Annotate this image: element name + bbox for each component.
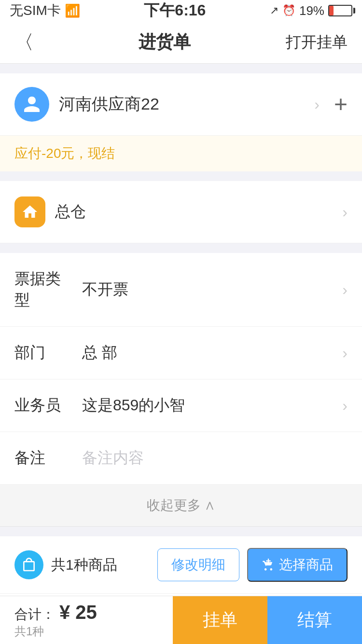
salesperson-label: 业务员	[14, 395, 72, 416]
total-section: 合计： ¥ 25 共1种	[0, 602, 173, 639]
warehouse-row[interactable]: 总仓 ›	[0, 181, 362, 243]
warehouse-icon-bg	[14, 196, 45, 227]
form-fields-section: 票据类型 不开票 › 部门 总 部 › 业务员 这是859的小智 › 备注 备注…	[0, 253, 362, 485]
gps-icon: ↗	[270, 4, 278, 17]
edit-detail-button[interactable]: 修改明细	[157, 548, 239, 581]
warehouse-section: 总仓 ›	[0, 181, 362, 243]
remark-input[interactable]: 备注内容	[72, 448, 348, 469]
open-pending-button[interactable]: 打开挂单	[286, 32, 348, 53]
salesperson-chevron-icon: ›	[342, 397, 348, 415]
shopping-bag-icon	[21, 557, 37, 573]
salesperson-row[interactable]: 业务员 这是859的小智 ›	[0, 379, 362, 432]
back-button[interactable]: 〈	[14, 29, 43, 56]
warehouse-chevron-icon: ›	[342, 203, 348, 221]
invoice-type-value: 不开票	[72, 279, 342, 300]
total-amount: ¥ 25	[59, 602, 97, 623]
invoice-type-row[interactable]: 票据类型 不开票 ›	[0, 253, 362, 327]
remark-row[interactable]: 备注 备注内容	[0, 432, 362, 485]
collapse-row[interactable]: 收起更多 ∧	[0, 485, 362, 527]
battery-text: 19%	[299, 3, 324, 18]
page-title: 进货单	[139, 30, 191, 54]
select-product-label: 选择商品	[279, 556, 333, 574]
person-icon	[22, 95, 42, 114]
department-label: 部门	[14, 342, 72, 364]
supplier-row[interactable]: 河南供应商22 › +	[0, 73, 362, 136]
status-left: 无SIM卡 📶	[10, 1, 80, 20]
products-header: 共1种商品 修改明细 选择商品	[0, 536, 362, 594]
department-value: 总 部	[72, 342, 342, 364]
total-label: 合计：	[14, 607, 55, 622]
salesperson-value: 这是859的小智	[72, 395, 342, 416]
add-supplier-button[interactable]: +	[334, 93, 348, 116]
invoice-type-chevron-icon: ›	[342, 281, 348, 299]
bottom-bar: 合计： ¥ 25 共1种 挂单 结算	[0, 596, 362, 644]
cart-add-icon	[262, 558, 275, 572]
products-icon-bg	[14, 550, 43, 579]
department-row[interactable]: 部门 总 部 ›	[0, 327, 362, 379]
warehouse-icon	[21, 203, 39, 221]
supplier-alert: 应付-20元，现结	[0, 136, 362, 171]
total-row: 合计： ¥ 25	[14, 602, 158, 624]
hang-button[interactable]: 挂单	[173, 596, 267, 644]
products-count: 共1种商品	[51, 555, 157, 575]
nav-bar: 〈 进货单 打开挂单	[0, 21, 362, 64]
status-right: ↗ ⏰ 19%	[270, 3, 352, 18]
warehouse-label: 总仓	[55, 201, 342, 223]
remark-label: 备注	[14, 448, 72, 469]
supplier-name: 河南供应商22	[59, 93, 314, 115]
invoice-type-label: 票据类型	[14, 268, 72, 311]
department-chevron-icon: ›	[342, 344, 348, 362]
supplier-chevron-icon: ›	[314, 96, 320, 113]
collapse-text: 收起更多 ∧	[147, 496, 216, 515]
carrier-text: 无SIM卡	[10, 1, 61, 20]
alarm-icon: ⏰	[282, 4, 295, 17]
status-time: 下午6:16	[144, 0, 206, 21]
settle-button[interactable]: 结算	[267, 596, 362, 644]
wifi-icon: 📶	[65, 3, 80, 18]
battery-icon	[328, 5, 352, 16]
supplier-section: 河南供应商22 › + 应付-20元，现结	[0, 73, 362, 171]
battery-fill	[329, 6, 334, 15]
status-bar: 无SIM卡 📶 下午6:16 ↗ ⏰ 19%	[0, 0, 362, 21]
select-product-button[interactable]: 选择商品	[247, 548, 348, 582]
total-count: 共1种	[14, 624, 158, 639]
supplier-avatar	[14, 87, 49, 122]
